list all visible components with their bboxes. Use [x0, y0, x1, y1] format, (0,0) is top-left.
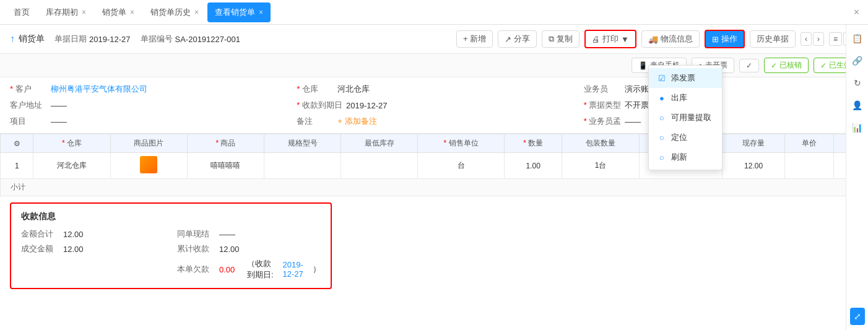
operation-button[interactable]: ⊞ 操作	[705, 30, 745, 48]
sidebar-chart-icon[interactable]: 📊	[848, 119, 866, 136]
doc-date-item: 单据日期 2019-12-27	[54, 33, 131, 45]
amount-total-row: 金额合计 12.00	[21, 228, 165, 240]
same-order-label: 同单现结	[177, 228, 214, 240]
doc-no-item: 单据编号 SA-20191227-001	[141, 33, 241, 45]
same-order-row: 同单现结 ——	[177, 228, 321, 240]
close-tab-sales-history[interactable]: ×	[194, 8, 199, 17]
dropdown-available-qty[interactable]: ○ 可用量提取	[649, 108, 722, 128]
customer-row: 客户 柳州粤港平安气体有限公司	[10, 84, 284, 95]
phone-icon: 📱	[638, 61, 648, 70]
cell-price	[785, 153, 833, 179]
print-dropdown-arrow: ▼	[621, 35, 629, 44]
address-label: 客户地址	[10, 100, 47, 111]
copy-button[interactable]: ⧉ 复制	[542, 30, 579, 48]
customer-value[interactable]: 柳州粤港平安气体有限公司	[51, 84, 147, 95]
close-all-tabs-button[interactable]: ×	[851, 4, 862, 20]
col-unit: 销售单位	[418, 134, 504, 153]
doc-no-label: 单据编号	[141, 33, 173, 45]
sidebar-expand-icon[interactable]: ⤢	[850, 308, 865, 325]
cell-no: 1	[1, 153, 33, 179]
doc-no-value: SA-20191227-001	[175, 35, 241, 44]
tab-sales[interactable]: 销货单 ×	[95, 2, 142, 22]
new-button[interactable]: + 新增	[456, 30, 493, 48]
cell-current: 12.00	[723, 153, 785, 179]
operation-icon: ⊞	[712, 35, 719, 44]
sidebar-link-icon[interactable]: 🔗	[848, 52, 866, 69]
warehouse-row: 仓库 河北仓库	[297, 84, 571, 95]
doc-date-label: 单据日期	[54, 33, 87, 45]
list-view-button[interactable]: ≡	[829, 32, 842, 46]
confirm-icon: ✓	[746, 61, 752, 70]
tab-inventory[interactable]: 库存期初 ×	[38, 2, 93, 22]
logistics-button[interactable]: 🚚 物流信息	[641, 30, 700, 48]
share-button[interactable]: ↗ 分享	[498, 30, 537, 48]
balance-row: 本单欠款 0.00 （收款到期日: 2019-12-27 ）	[177, 258, 321, 280]
tab-view-sales[interactable]: 查看销货单 ×	[207, 2, 271, 22]
operation-dropdown: ☑ 添发票 ● 出库 ○ 可用量提取 ○ 定位 ○ 刷新	[648, 65, 723, 170]
print-button[interactable]: 🖨 打印 ▼	[584, 30, 636, 48]
warehouse-label: 仓库	[297, 84, 334, 95]
col-current: 现存量	[723, 134, 785, 153]
tab-sales-history[interactable]: 销货单历史 ×	[143, 2, 206, 22]
sales-staff-label: 业务员孟	[584, 116, 622, 127]
cell-pack-qty: 1台	[562, 153, 639, 179]
cell-unit: 台	[418, 153, 504, 179]
balance-date[interactable]: 2019-12-27	[283, 260, 308, 279]
note-add-icon: +	[337, 116, 342, 126]
history-button[interactable]: 历史单据	[750, 30, 796, 48]
cumulative-row: 累计收款 12.00	[177, 243, 321, 254]
cell-warehouse: 河北仓库	[33, 153, 110, 179]
product-thumbnail	[140, 156, 157, 173]
col-settings[interactable]: ⚙	[1, 134, 33, 153]
logistics-icon: 🚚	[648, 35, 658, 44]
radio-icon: ●	[658, 93, 666, 103]
main-content: ↑ 销货单 单据日期 2019-12-27 单据编号 SA-20191227-0…	[0, 25, 868, 330]
effective-icon: ✓	[820, 61, 827, 70]
project-label: 项目	[10, 116, 47, 127]
toolbar-row: 📱 来自手机 ● 未开票 ✓ ✓ 已核销 ✓ 已生效	[0, 54, 868, 77]
receipt-right-col: 同单现结 —— 累计收款 12.00 本单欠款 0.00 （收款到期日: 201…	[177, 228, 321, 280]
balance-label: 本单欠款	[177, 264, 214, 275]
receipt-grid: 金额合计 12.00 成交金额 12.00 同单现结 —— 累计收款	[21, 228, 321, 280]
next-button[interactable]: ›	[813, 32, 824, 46]
amount-total-label: 金额合计	[21, 228, 58, 240]
note-row: 备注 + 添加备注	[297, 116, 571, 127]
customer-label: 客户	[10, 84, 47, 95]
dropdown-outbound[interactable]: ● 出库	[649, 88, 722, 108]
ticket-type-label: 票据类型	[584, 100, 622, 111]
sidebar-refresh-icon[interactable]: ↻	[850, 74, 865, 92]
doc-title-area: ↑ 销货单	[10, 33, 45, 45]
print-icon: 🖨	[592, 35, 600, 44]
receipt-section: 收款信息 金额合计 12.00 成交金额 12.00 同单现结 ——	[10, 202, 332, 289]
confirm-button[interactable]: ✓	[739, 59, 759, 72]
cell-qty: 1.00	[504, 153, 562, 179]
tab-home[interactable]: 首页	[6, 2, 37, 22]
cancelled-button[interactable]: ✓ 已核销	[764, 58, 809, 73]
col-price: 单价	[785, 134, 833, 153]
col-img: 商品图片	[110, 134, 187, 153]
amount-total-value: 12.00	[63, 230, 84, 239]
table-wrapper: ⚙ 仓库 商品图片 商品 规格型号 最低库存 销售单位 数量 包装数量 可用量 …	[0, 134, 868, 196]
product-table: ⚙ 仓库 商品图片 商品 规格型号 最低库存 销售单位 数量 包装数量 可用量 …	[0, 134, 868, 196]
dropdown-add-invoice[interactable]: ☑ 添发票	[649, 68, 722, 88]
sidebar-doc-icon[interactable]: 📋	[848, 30, 866, 47]
receipt-title: 收款信息	[21, 211, 321, 222]
close-tab-view-sales[interactable]: ×	[259, 8, 263, 17]
nav-arrows: ‹ ›	[801, 32, 824, 46]
subtotal-label: 小计	[1, 179, 868, 196]
balance-note-end: ）	[313, 264, 321, 275]
due-date-label: 收款到期日	[297, 100, 342, 111]
due-date-row: 收款到期日 2019-12-27	[297, 100, 571, 111]
subtotal-row: 小计	[1, 179, 868, 196]
cumulative-label: 累计收款	[177, 243, 214, 254]
sidebar-user-icon[interactable]: 👤	[848, 97, 866, 114]
form-section: 客户 柳州粤港平安气体有限公司 仓库 河北仓库 业务员 演示账号 客户地址 ——…	[0, 77, 868, 134]
close-tab-sales[interactable]: ×	[130, 8, 134, 17]
cumulative-value: 12.00	[219, 245, 240, 254]
dropdown-refresh[interactable]: ○ 刷新	[649, 147, 722, 167]
deal-amount-row: 成交金额 12.00	[21, 243, 165, 254]
prev-button[interactable]: ‹	[801, 32, 812, 46]
dropdown-locate[interactable]: ○ 定位	[649, 128, 722, 147]
note-add-button[interactable]: + 添加备注	[337, 116, 376, 127]
close-tab-inventory[interactable]: ×	[82, 8, 86, 17]
